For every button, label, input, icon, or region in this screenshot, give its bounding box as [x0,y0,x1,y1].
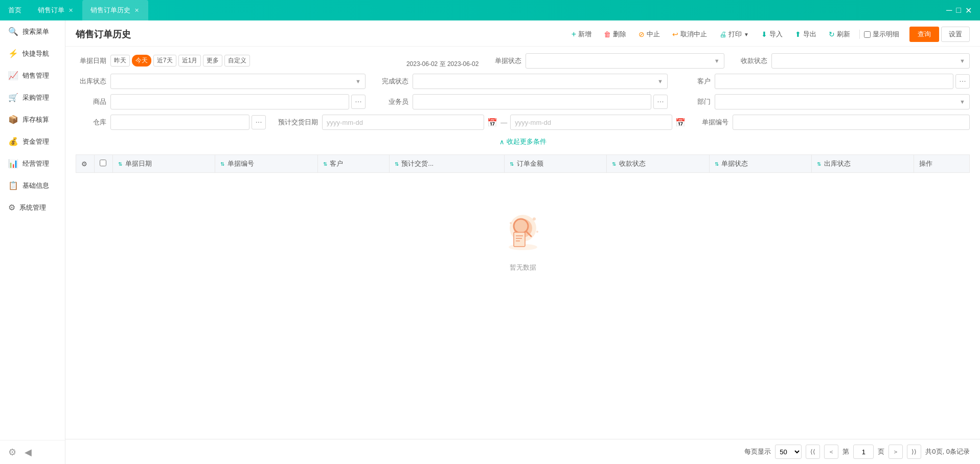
query-button[interactable]: 查询 [909,27,939,42]
setting-button[interactable]: 设置 [941,27,970,42]
quick-nav-icon: ⚡ [8,49,18,58]
refresh-button[interactable]: ↻ 刷新 [824,27,855,41]
customer-label: 客户 [680,77,711,86]
th-number[interactable]: ⇅ 单据编号 [215,155,317,173]
th-order-status[interactable]: ⇅ 单据状态 [709,155,811,173]
customer-input[interactable] [715,74,953,89]
tab-sales-order[interactable]: 销售订单 ✕ [30,0,82,20]
sidebar-item-basic-info[interactable]: 📋 基础信息 [0,174,65,196]
sidebar-item-inventory[interactable]: 📦 库存核算 [0,108,65,130]
order-status-select[interactable]: ▼ [526,53,724,69]
export-icon: ⬆ [795,30,801,38]
last-page-btn[interactable]: ⟩⟩ [907,445,921,459]
table-settings-icon[interactable]: ⚙ [81,160,87,168]
window-close-btn[interactable]: ✕ [965,6,972,15]
page-header: 销售订单历史 + 新增 🗑 删除 ⊘ 中止 ↩ 取消中止 [65,20,980,47]
tab-sales-order-history-label: 销售订单历史 [90,6,130,15]
tab-sales-order-history[interactable]: 销售订单历史 ✕ [82,0,148,20]
empty-text: 暂无数据 [510,263,536,272]
sidebar-item-sales-mgmt[interactable]: 📈 销售管理 [0,64,65,86]
page-number-input[interactable] [853,445,874,459]
tab-home[interactable]: 首页 [0,0,30,20]
product-input[interactable] [110,94,349,109]
refresh-icon: ↻ [829,30,835,38]
sidebar-item-finance[interactable]: 💰 资金管理 [0,130,65,152]
display-detail-checkbox[interactable]: 显示明细 [864,30,899,39]
order-number-label: 单据编号 [698,118,728,127]
payment-status-label: 收款状态 [737,56,767,65]
sidebar-item-operation[interactable]: 📊 经营管理 [0,152,65,174]
date-control: 昨天 今天 近7天 近1月 更多 自定义 [110,55,402,67]
first-page-btn[interactable]: ⟨⟨ [806,445,820,459]
sidebar-settings-icon[interactable]: ⚙ [8,447,16,458]
th-checkbox[interactable] [95,155,113,173]
new-button[interactable]: + 新增 [566,27,597,41]
salesperson-input[interactable] [413,94,651,109]
sidebar-item-sales-mgmt-label: 销售管理 [22,71,49,80]
minimize-btn[interactable]: ─ [946,6,952,15]
new-icon: + [572,30,576,39]
sidebar-item-quick-nav[interactable]: ⚡ 快捷导航 [0,42,65,64]
total-info: 共0页, 0条记录 [925,447,970,456]
th-date[interactable]: ⇅ 单据日期 [113,155,215,173]
next-page-btn[interactable]: ＞ [888,445,903,459]
th-amount[interactable]: ⇅ 订单金额 [505,155,607,173]
th-delivery-status[interactable]: ⇅ 出库状态 [811,155,914,173]
payment-status-select[interactable]: ▼ [771,53,970,69]
warehouse-input[interactable] [110,115,249,130]
date-more[interactable]: 更多 [203,55,222,67]
delete-button[interactable]: 🗑 删除 [599,27,631,41]
last-page-icon: ⟩⟩ [911,448,917,455]
data-table: ⚙ ⇅ 单据日期 ⇅ 单据编号 [76,154,970,293]
th-customer[interactable]: ⇅ 客户 [317,155,389,173]
cancel-stop-button[interactable]: ↩ 取消中止 [667,27,712,41]
calendar-from-icon[interactable]: 📅 [487,118,497,127]
import-button[interactable]: ⬇ 导入 [756,27,788,41]
date-custom[interactable]: 自定义 [224,55,250,67]
prev-page-btn[interactable]: ＜ [824,445,838,459]
close-sales-order-tab[interactable]: ✕ [67,6,74,15]
display-detail-input[interactable] [864,31,871,38]
sidebar-item-purchase-mgmt[interactable]: 🛒 采购管理 [0,86,65,108]
sidebar-collapse-icon[interactable]: ◀ [25,447,32,458]
department-select[interactable]: ▼ [715,94,970,109]
date-7days[interactable]: 近7天 [153,55,176,67]
salesperson-ellipsis-btn[interactable]: ··· [653,95,668,109]
filter-department: 部门 ▼ [680,94,970,109]
delivery-status-select[interactable]: ▼ [110,74,366,89]
topbar-tabs: 首页 销售订单 ✕ 销售订单历史 ✕ [0,0,946,20]
sidebar-item-search-menu[interactable]: 🔍 搜索菜单 [0,20,65,42]
date-to-input[interactable] [510,115,672,130]
maximize-btn[interactable]: □ [956,6,961,15]
warehouse-ellipsis-btn[interactable]: ··· [252,115,266,129]
th-settings[interactable]: ⚙ [76,155,95,173]
order-number-input[interactable] [733,115,970,130]
page-title: 销售订单历史 [76,28,131,40]
collapse-label: 收起更多条件 [507,137,546,146]
customer-control: ··· [715,74,970,89]
date-yesterday[interactable]: 昨天 [110,55,130,67]
date-1month[interactable]: 近1月 [178,55,201,67]
th-expected-delivery[interactable]: ⇅ 预计交货... [389,155,504,173]
close-sales-order-history-tab[interactable]: ✕ [133,6,140,15]
export-button[interactable]: ⬆ 导出 [790,27,822,41]
th-payment-status[interactable]: ⇅ 收款状态 [607,155,709,173]
calendar-to-icon[interactable]: 📅 [675,118,686,127]
completion-status-select[interactable]: ▼ [413,74,668,89]
sidebar-item-quick-nav-label: 快捷导航 [22,49,49,58]
per-page-select[interactable]: 10 20 50 100 [775,445,802,459]
date-from-input[interactable] [322,115,484,130]
search-menu-icon: 🔍 [8,27,18,36]
print-button[interactable]: 🖨 打印 ▼ [714,27,754,41]
th-expected-delivery-label: 预计交货... [401,160,434,167]
next-page-icon: ＞ [893,448,899,456]
stop-button[interactable]: ⊘ 中止 [633,27,665,41]
collapse-more[interactable]: ∧ 收起更多条件 [76,135,970,148]
inventory-icon: 📦 [8,115,18,124]
customer-ellipsis-btn[interactable]: ··· [955,74,970,89]
sidebar-item-system-mgmt[interactable]: ⚙ 系统管理 [0,196,65,218]
date-today[interactable]: 今天 [132,55,151,67]
svg-point-10 [510,222,512,224]
product-ellipsis-btn[interactable]: ··· [351,95,366,109]
select-all-checkbox[interactable] [100,160,106,166]
